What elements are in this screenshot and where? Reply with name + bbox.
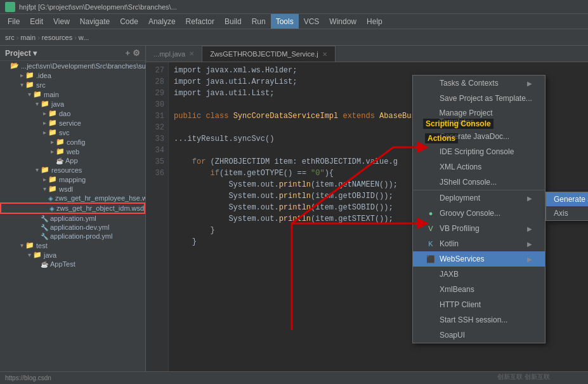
tree-item-test[interactable]: ▾📁test: [0, 241, 145, 250]
menu-item-help[interactable]: Help: [362, 14, 388, 29]
submenu-item-gen-java-from-wsdl[interactable]: Generate Java Code From Wsdl...: [546, 192, 588, 206]
menu-item-view[interactable]: View: [48, 14, 75, 29]
menu-item-tools[interactable]: Tools: [271, 14, 299, 29]
tree-label: dao: [59, 110, 70, 117]
line-number: 33: [146, 133, 164, 145]
menu-item-save-template[interactable]: Save Project as Template...: [413, 91, 545, 106]
tree-arrow: ▾: [18, 242, 25, 249]
editor-tab[interactable]: ZwsGETHROBJECTIDM_Service.j✕: [202, 46, 336, 62]
tree-item-wsdl[interactable]: ▾📁wsdl: [0, 184, 145, 194]
menu-label: JAXB: [440, 270, 459, 279]
menu-item-edit[interactable]: Edit: [25, 14, 48, 29]
tree-label: zws_get_hr_object_idm.wsdl: [56, 204, 145, 212]
menu-item-xml-actions[interactable]: XML Actions: [413, 159, 545, 175]
menu-item-jaxb[interactable]: JAXB: [413, 267, 545, 282]
tree-label: config: [67, 138, 85, 146]
app-icon: [5, 2, 15, 12]
kotlin-icon: K: [426, 239, 436, 249]
tree-item-main[interactable]: ▾📁main: [0, 89, 145, 99]
menu-icon: [426, 330, 436, 340]
menu-item-file[interactable]: File: [3, 14, 25, 29]
tree-item-zws-get-hr-object-idm-wsdl[interactable]: ◈zws_get_hr_object_idm.wsdl: [0, 202, 145, 214]
tree-arrow: ▾: [25, 91, 33, 98]
menu-item-code[interactable]: Code: [115, 14, 143, 29]
tree-item-resources[interactable]: ▾📁resources: [0, 165, 145, 175]
editor-tab[interactable]: ...mpl.java✕: [146, 46, 202, 62]
tree-item-application-yml[interactable]: 🔧application.yml: [0, 214, 145, 223]
tree-item-web[interactable]: ▸📁web: [0, 147, 145, 156]
tree-item--idea[interactable]: ▸📁.idea: [0, 70, 145, 80]
tree-item-src[interactable]: ▾📁src: [0, 80, 145, 89]
menu-item-http-client[interactable]: HTTP Client: [413, 297, 545, 312]
tree-label: wsdl: [59, 185, 73, 193]
tabs-bar: ...mpl.java✕ZwsGETHROBJECTIDM_Service.j✕: [146, 46, 588, 62]
tree-item-zws-get-hr-employee-hse-wsdl[interactable]: ◈zws_get_hr_employee_hse.wsdl: [0, 194, 145, 202]
menu-item-vcs[interactable]: VCS: [299, 14, 325, 29]
folder-icon: 📁: [41, 100, 49, 108]
menu-item-deployment[interactable]: Deployment▶: [413, 190, 545, 206]
tab-close-icon[interactable]: ✕: [189, 50, 194, 57]
title-text: hnjfpt [G:\project\svn\Development\Src\b…: [19, 3, 177, 11]
tree-label: .idea: [36, 72, 51, 79]
tree-item-apptest[interactable]: ☕AppTest: [0, 260, 145, 268]
menu-label: Start SSH session...: [440, 315, 507, 324]
root-icon: 📂: [10, 62, 19, 70]
tree-item-java[interactable]: ▾📁java: [0, 250, 145, 260]
folder-icon: 📁: [33, 251, 42, 259]
tree-item-config[interactable]: ▸📁config: [0, 137, 145, 147]
tree-item-service[interactable]: ▸📁service: [0, 118, 145, 128]
menu-item-ssh-session[interactable]: Start SSH session...: [413, 312, 545, 328]
tree-label: App: [65, 157, 78, 164]
menu-label: IDE Scripting Console: [440, 147, 514, 156]
menu-item-build[interactable]: Build: [219, 14, 247, 29]
tree-item-dao[interactable]: ▸📁dao: [0, 109, 145, 118]
tree-label: application-prod.yml: [50, 232, 112, 240]
line-numbers: 27282930313233343536: [146, 62, 169, 384]
menu-item-analyze[interactable]: Analyze: [143, 14, 181, 29]
watermark: 创新互联 创新互联: [497, 373, 550, 381]
menu-label: Generate JavaDoc...: [440, 132, 509, 141]
sidebar-gear-btn[interactable]: ⚙: [133, 48, 140, 58]
tree-item-application-dev-yml[interactable]: 🔧application-dev.yml: [0, 223, 145, 232]
sidebar: Project ▾ + ⚙ 📂...ject\svn\Development\S…: [0, 46, 146, 384]
menu-icon: [426, 147, 436, 157]
menu-item-tasks[interactable]: Tasks & Contexts▶: [413, 76, 545, 91]
menu-item-ide-scripting[interactable]: IDE Scripting Console: [413, 144, 545, 159]
menu-icon: [426, 315, 436, 325]
menu-item-generate-javadoc[interactable]: Generate JavaDoc...: [413, 129, 545, 144]
menu-item-manage-templates[interactable]: Manage Project Templates...: [413, 106, 545, 129]
line-number: 30: [146, 99, 164, 110]
title-bar: hnjfpt [G:\project\svn\Development\Src\b…: [0, 0, 588, 14]
line-number: 27: [146, 65, 164, 76]
menu-item-run[interactable]: Run: [247, 14, 271, 29]
tree-item-application-prod-yml[interactable]: 🔧application-prod.yml: [0, 232, 145, 241]
menu-item-window[interactable]: Window: [324, 14, 362, 29]
tree-label: resources: [51, 166, 82, 174]
tree-item----ject-svn-development-src-branches-sunchao-h---[interactable]: 📂...ject\svn\Development\Src\branches\su…: [0, 61, 145, 70]
tree-label: AppTest: [50, 260, 75, 268]
menu-item-webservices[interactable]: ⬛WebServices▶: [413, 251, 545, 267]
tree-label: application-dev.yml: [50, 223, 109, 231]
status-url: https://blog.csdn: [5, 374, 51, 381]
tab-close-icon[interactable]: ✕: [322, 51, 327, 58]
tree-arrow: ▾: [18, 81, 25, 88]
menu-item-soapui[interactable]: SoapUI: [413, 328, 545, 343]
tree-item-app[interactable]: ☕App: [0, 156, 145, 165]
menu-item-jshell[interactable]: JShell Console...: [413, 175, 545, 190]
menu-item-navigate[interactable]: Navigate: [75, 14, 115, 29]
tree-arrow: ▸: [48, 138, 56, 145]
submenu-item-axis[interactable]: Axis▶: [546, 206, 588, 220]
sidebar-add-btn[interactable]: +: [125, 48, 130, 58]
submenu-arrow: ▶: [527, 241, 532, 248]
menu-item-groovy[interactable]: ●Groovy Console...: [413, 206, 545, 221]
tree-item-svc[interactable]: ▸📁svc: [0, 128, 145, 137]
breadcrumb: src: [5, 34, 15, 41]
menu-item-kotlin[interactable]: KKotlin▶: [413, 236, 545, 251]
menu-item-xmlbeans[interactable]: XmlBeans: [413, 282, 545, 297]
tree-item-java[interactable]: ▾📁java: [0, 99, 145, 109]
tree-item-mapping[interactable]: ▸📁mapping: [0, 175, 145, 184]
submenu-arrow: ▶: [527, 195, 532, 202]
line-number: 34: [146, 145, 164, 156]
menu-item-vb-profiling[interactable]: VVB Profiling▶: [413, 221, 545, 236]
menu-item-refactor[interactable]: Refactor: [181, 14, 219, 29]
